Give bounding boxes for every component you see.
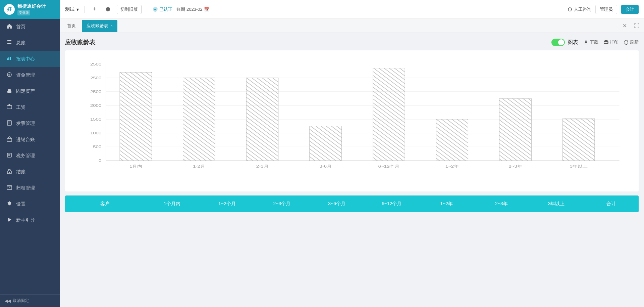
table-header-6-12m: 6~12个月	[364, 195, 419, 212]
svg-text:3年以上: 3年以上	[570, 164, 587, 169]
svg-text:500: 500	[93, 145, 101, 149]
sidebar-item-tax[interactable]: 税务管理	[0, 148, 60, 164]
table-header-1m: 1个月内	[145, 195, 200, 212]
pin-label: 取消固定	[13, 298, 29, 304]
settings-gear-button[interactable]	[103, 5, 113, 14]
tab-aging-label: 应收账龄表	[87, 23, 108, 29]
period-info: 账期 2023-02 📅	[176, 6, 209, 12]
svg-text:¥: ¥	[8, 74, 10, 77]
print-button[interactable]: 打印	[604, 39, 619, 45]
company-selector[interactable]: 测试 ▾	[65, 6, 79, 12]
svg-text:2500: 2500	[90, 62, 101, 66]
svg-marker-20	[8, 218, 11, 222]
sidebar-item-label: 工资	[16, 104, 25, 111]
svg-rect-56	[562, 119, 595, 161]
svg-text:6~12个月: 6~12个月	[378, 164, 399, 169]
tab-home[interactable]: 首页	[62, 20, 80, 32]
plus-icon: +	[93, 6, 97, 13]
switch-old-button[interactable]: 切到旧版	[117, 5, 142, 14]
sidebar-item-archive[interactable]: 归档管理	[0, 180, 60, 196]
tab-close-button[interactable]: ×	[110, 24, 113, 28]
sidebar-item-label: 报表中心	[16, 56, 35, 62]
refresh-label: 刷新	[630, 39, 639, 45]
archive-icon	[6, 185, 13, 191]
sidebar: 好 畅捷通好会计 专业版 首页 总账 报表中心	[0, 0, 60, 307]
accountant-button[interactable]: 会计	[621, 5, 639, 14]
sidebar-item-invoice[interactable]: 发票管理	[0, 116, 60, 132]
svg-text:1500: 1500	[90, 117, 101, 122]
certified-label: 已认证	[159, 6, 172, 12]
shield-icon	[153, 7, 158, 12]
svg-rect-23	[571, 9, 572, 10]
sidebar-item-assets[interactable]: 固定资产	[0, 83, 60, 99]
sidebar-item-guide[interactable]: 新手引导	[0, 212, 60, 228]
sidebar-item-inventory[interactable]: 进销台账	[0, 132, 60, 148]
home-icon	[6, 24, 13, 30]
table-container: 客户 1个月内 1~2个月 2~3个月 3~6个月 6~12个月 1~2年 2~…	[65, 195, 639, 212]
calendar-icon[interactable]: 📅	[204, 7, 209, 12]
chart-toggle-group: 图表	[551, 39, 578, 46]
svg-rect-53	[373, 68, 405, 161]
svg-rect-50	[183, 78, 215, 161]
table-header-customer: 客户	[65, 195, 145, 212]
period-label-text: 账期	[176, 6, 185, 12]
sidebar-item-label: 税务管理	[16, 153, 35, 159]
svg-text:2-3月: 2-3月	[256, 164, 268, 169]
add-button[interactable]: +	[90, 5, 99, 14]
consult-button[interactable]: 人工咨询	[567, 6, 591, 12]
assets-icon	[6, 88, 13, 95]
svg-text:2500: 2500	[90, 90, 101, 94]
svg-point-16	[9, 172, 10, 173]
table-header-1-2y: 1~2年	[419, 195, 474, 212]
sidebar-item-label: 进销台账	[16, 137, 35, 143]
print-label: 打印	[610, 39, 619, 45]
sidebar-item-label: 固定资产	[16, 88, 35, 94]
sidebar-item-payroll[interactable]: 工资	[0, 99, 60, 116]
manager-button[interactable]: 管理员	[595, 5, 617, 14]
sidebar-item-label: 资金管理	[16, 72, 35, 78]
reports-icon	[6, 56, 13, 62]
sidebar-item-ledger[interactable]: 总账	[0, 35, 60, 51]
expand-tab-button[interactable]: ⛶	[632, 21, 641, 31]
sidebar-item-label: 归档管理	[16, 185, 35, 191]
sidebar-item-closing[interactable]: 结账	[0, 164, 60, 180]
tax-icon	[6, 152, 13, 159]
tab-aging[interactable]: 应收账龄表 ×	[82, 20, 117, 32]
company-name: 测试	[65, 6, 74, 12]
svg-text:1~2年: 1~2年	[445, 164, 459, 169]
svg-text:1000: 1000	[90, 131, 101, 135]
print-icon	[604, 40, 608, 45]
download-icon	[584, 40, 588, 45]
chart-toggle-switch[interactable]	[551, 39, 565, 46]
chart-wrapper: 2500 2500 2500 2000 1500 1000 500 0	[78, 57, 629, 181]
svg-rect-0	[7, 40, 11, 41]
svg-rect-6	[7, 105, 12, 109]
sidebar-item-label: 设置	[16, 201, 25, 207]
pin-icon: ◀◀	[5, 299, 11, 303]
topbar-right: 人工咨询 管理员 会计	[567, 5, 639, 14]
svg-rect-49	[120, 72, 152, 161]
logo-icon: 好	[4, 4, 15, 15]
sidebar-item-funds[interactable]: ¥ 资金管理	[0, 67, 60, 83]
svg-text:2500: 2500	[90, 76, 101, 80]
download-button[interactable]: 下载	[584, 39, 598, 45]
sidebar-item-label: 总账	[16, 40, 25, 46]
refresh-button[interactable]: 刷新	[624, 39, 639, 45]
inventory-icon	[6, 136, 13, 143]
chart-container: 2500 2500 2500 2000 1500 1000 500 0	[65, 50, 639, 191]
svg-rect-2	[7, 43, 11, 44]
svg-rect-11	[7, 138, 12, 141]
table-header-2-3m: 2~3个月	[255, 195, 310, 212]
page-title: 应收账龄表	[65, 38, 95, 46]
close-tab-button[interactable]: ✕	[620, 21, 629, 31]
funds-icon: ¥	[6, 72, 13, 79]
svg-rect-1	[7, 42, 11, 42]
svg-text:2000: 2000	[90, 103, 101, 108]
guide-icon	[6, 217, 13, 224]
svg-text:3-6月: 3-6月	[319, 164, 331, 169]
sidebar-item-settings[interactable]: 设置	[0, 196, 60, 212]
sidebar-item-home[interactable]: 首页	[0, 19, 60, 35]
sidebar-item-reports[interactable]: 报表中心	[0, 51, 60, 67]
unpin-button[interactable]: ◀◀ 取消固定	[0, 294, 60, 307]
certified-badge: 已认证	[153, 6, 172, 12]
